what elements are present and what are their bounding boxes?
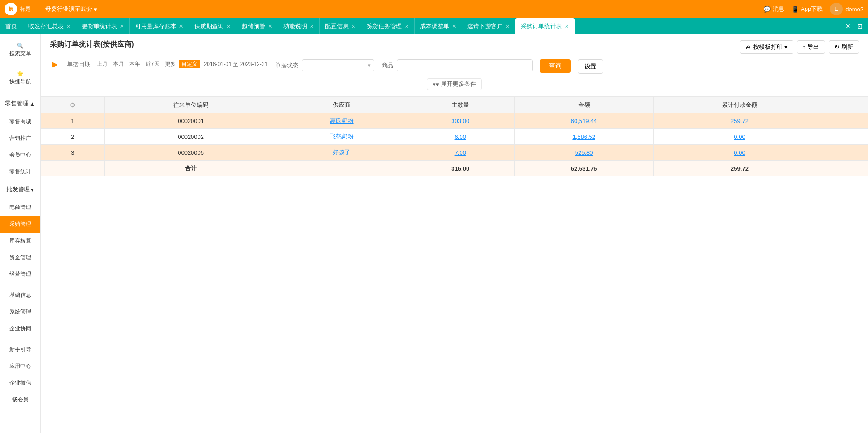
row-2-extra [826,129,868,145]
col-settings: ⚙ [41,97,105,113]
chevron-down-icon: ▲ [29,100,35,107]
sidebar: 🔍 搜索菜单 ⭐ 快捷导航 零售管理 ▲ 零售商城 营销推广 会员中心 零售统计… [0,34,41,433]
app-download-button[interactable]: 📱 App下载 [792,5,823,13]
filter-expand-toggle[interactable]: ▶ [50,59,60,69]
print-button[interactable]: 🖨 按模板打印 ▾ [740,40,793,54]
sidebar-system-mgmt-label: 系统管理 [9,308,31,316]
date-this-year-btn[interactable]: 本年 [127,59,143,69]
sidebar-item-ecommerce-mgmt[interactable]: 电商管理 [0,199,40,216]
tab-function-desc[interactable]: 功能说明 ✕ [278,18,320,34]
date-7days-btn[interactable]: 近7天 [143,59,162,69]
user-avatar[interactable]: E demo2 [830,3,863,15]
tab-pick-task[interactable]: 拣货任务管理 ✕ [361,18,415,34]
sidebar-item-inventory-check[interactable]: 库存核算 [0,233,40,249]
settings-button[interactable]: 设置 [578,59,603,74]
tab-cost-adjust[interactable]: 成本调整单 ✕ [415,18,462,34]
tab-config-info-close-icon[interactable]: ✕ [351,24,355,29]
tab-overstock[interactable]: 超储预警 ✕ [236,18,278,34]
sidebar-purchase-mgmt-label: 采购管理 [9,220,31,228]
tab-invite-downstream-close-icon[interactable]: ✕ [505,24,509,29]
refresh-button[interactable]: ↻ 刷新 [829,40,859,54]
tab-expiry-query-close-icon[interactable]: ✕ [226,24,231,29]
sidebar-app-center-label: 应用中心 [9,362,31,370]
date-range-display: 2016-01-01 至 2023-12-31 [204,61,268,67]
tab-function-desc-close-icon[interactable]: ✕ [310,24,314,29]
tab-purchase-summary-close-icon[interactable]: ✕ [565,24,569,29]
row-2-amount-link[interactable]: 1,586.52 [572,133,595,140]
row-2-qty-link[interactable]: 6.00 [455,133,466,140]
expand-more-label: 展开更多条件 [441,80,476,88]
tab-pick-task-close-icon[interactable]: ✕ [405,24,409,29]
sidebar-item-basic-info[interactable]: 基础信息 [0,287,40,304]
sidebar-item-enterprise-collab[interactable]: 企业协同 [0,320,40,337]
date-custom-badge[interactable]: 自定义 [179,60,200,68]
tab-invite-downstream-label: 邀请下游客户 [467,22,503,30]
tab-home[interactable]: 首页 [0,18,23,34]
sidebar-item-system-mgmt[interactable]: 系统管理 [0,304,40,320]
sidebar-item-finance-mgmt[interactable]: 资金管理 [0,249,40,266]
row-2-unit-code: 00020002 [104,129,277,145]
row-2-paid-link[interactable]: 0.00 [734,133,745,140]
sidebar-item-enterprise-wechat[interactable]: 企业微信 [0,375,40,391]
sidebar-item-search[interactable]: 🔍 搜索菜单 [0,38,40,62]
footer-extra [826,161,868,176]
row-1-paid-link[interactable]: 259.72 [731,118,749,124]
message-button[interactable]: 💬 消息 [764,5,784,13]
row-3-supplier-link[interactable]: 好孩子 [333,149,350,156]
sidebar-item-purchase-mgmt[interactable]: 采购管理 [0,216,40,233]
row-3-amount-link[interactable]: 525.80 [575,149,593,156]
tab-purchase-summary[interactable]: 采购订单统计表 ✕ [515,18,575,34]
goods-input[interactable] [397,59,533,71]
tab-close-all-button[interactable]: ✕ [843,22,854,31]
tab-expiry-query[interactable]: 保质期查询 ✕ [189,18,236,34]
tab-config-info[interactable]: 配置信息 ✕ [320,18,361,34]
row-2-supplier-link[interactable]: 飞鹤奶粉 [330,133,354,140]
expand-more-button[interactable]: ▾▾ 展开更多条件 [427,78,482,90]
date-last-month-btn[interactable]: 上月 [94,59,110,69]
sidebar-item-new-guide[interactable]: 新手引导 [0,341,40,358]
page-header-top: 采购订单统计表(按供应商) 🖨 按模板打印 ▾ ↑ 导出 ↻ 刷新 [50,40,859,54]
tab-receive-summary[interactable]: 收发存汇总表 ✕ [23,18,76,34]
sidebar-item-retail-stats[interactable]: 零售统计 [0,163,40,180]
search-icon: 🔍 [17,43,24,49]
tab-order-summary[interactable]: 要货单统计表 ✕ [76,18,130,34]
tab-invite-downstream[interactable]: 邀请下游客户 ✕ [462,18,515,34]
sidebar-item-app-center[interactable]: 应用中心 [0,358,40,375]
row-3-paid-link[interactable]: 0.00 [734,149,745,156]
date-more-btn[interactable]: 更多 [162,59,179,69]
sidebar-item-marketing[interactable]: 营销推广 [0,130,40,147]
tab-available-stock-close-icon[interactable]: ✕ [179,24,183,29]
sidebar-divider-2 [4,92,36,92]
sidebar-item-retail-store[interactable]: 零售商城 [0,113,40,130]
export-button[interactable]: ↑ 导出 [797,40,826,54]
settings-col-icon[interactable]: ⚙ [70,101,75,109]
tab-restore-button[interactable]: ⊡ [854,22,865,31]
row-1-qty-link[interactable]: 303.00 [451,118,469,124]
status-filter-label: 单据状态 [275,62,298,70]
tab-receive-summary-close-icon[interactable]: ✕ [66,24,71,29]
status-filter-col: 单据状态 [275,59,374,71]
sidebar-item-operations-mgmt[interactable]: 经营管理 [0,266,40,283]
sidebar-item-member[interactable]: 畅会员 [0,391,40,408]
avatar: E [830,3,843,15]
sidebar-item-quick-nav[interactable]: ⭐ 快捷导航 [0,66,40,90]
status-select[interactable] [302,59,374,71]
sidebar-item-retail-mgmt[interactable]: 零售管理 ▲ [0,94,40,113]
tab-order-summary-close-icon[interactable]: ✕ [120,24,124,29]
row-1-amount-link[interactable]: 60,519.44 [571,118,597,124]
date-this-month-btn[interactable]: 本月 [110,59,127,69]
tab-overstock-close-icon[interactable]: ✕ [268,24,272,29]
tab-purchase-summary-label: 采购订单统计表 [521,22,562,30]
tab-cost-adjust-close-icon[interactable]: ✕ [452,24,456,29]
query-button[interactable]: 查询 [540,59,571,73]
row-3-supplier: 好孩子 [277,145,406,161]
sidebar-item-wholesale-mgmt[interactable]: 批发管理 ▾ [0,180,40,199]
tab-available-stock[interactable]: 可用量库存账本 ✕ [130,18,189,34]
sidebar-basic-info-label: 基础信息 [9,291,31,299]
row-1-supplier-link[interactable]: 惠氏奶粉 [330,117,354,124]
tab-receive-summary-label: 收发存汇总表 [28,22,64,30]
sidebar-item-member-center[interactable]: 会员中心 [0,147,40,163]
sidebar-divider-4 [4,339,36,339]
workspace-selector[interactable]: 母婴行业演示账套 ▾ [45,5,764,13]
row-3-qty-link[interactable]: 7.00 [455,149,466,156]
